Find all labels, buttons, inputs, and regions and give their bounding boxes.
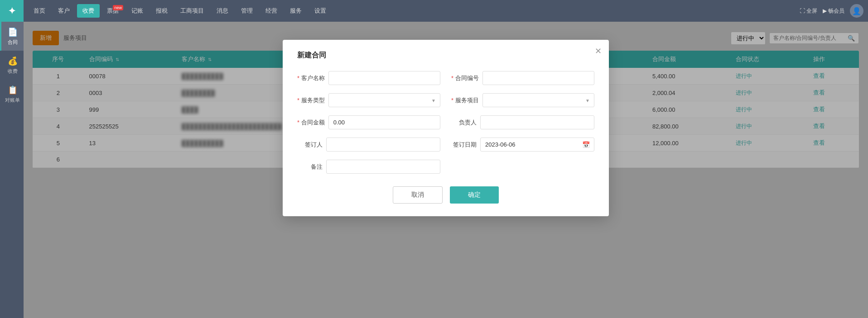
calendar-icon[interactable]: 📅	[582, 141, 590, 148]
confirm-button[interactable]: 确定	[450, 186, 499, 204]
nav-invoice[interactable]: 收费	[77, 4, 100, 18]
sidebar-item-label: 对账单	[5, 97, 20, 104]
responsible-person-input[interactable]	[480, 115, 594, 129]
contract-amount-input[interactable]	[328, 115, 440, 129]
modal-overlay: ✕ 新建合同 客户名称 合同编号 服务类型	[24, 22, 868, 318]
service-item-label: 服务项目	[451, 96, 479, 104]
field-signer: 签订人	[297, 138, 440, 152]
topnav-right: ⛶ 全屏 ▶ 畅会员 👤	[800, 4, 863, 18]
service-item-select[interactable]	[482, 93, 594, 107]
new-badge: new	[113, 5, 123, 10]
contract-no-input[interactable]	[482, 71, 594, 85]
fullscreen-button[interactable]: ⛶ 全屏	[800, 7, 817, 15]
user-avatar[interactable]: 👤	[850, 4, 863, 18]
field-service-item: 服务项目	[451, 93, 594, 107]
new-contract-modal: ✕ 新建合同 客户名称 合同编号 服务类型	[283, 40, 609, 216]
service-type-label: 服务类型	[297, 96, 325, 104]
sidebar: ✦ 📄 合同 💰 收费 📋 对账单	[0, 0, 24, 318]
contract-icon: 📄	[8, 27, 18, 37]
signer-label: 签订人	[297, 141, 323, 149]
member-button[interactable]: ▶ 畅会员	[823, 7, 844, 15]
field-contract-amount: 合同金额	[297, 115, 440, 129]
modal-footer: 取消 确定	[297, 186, 594, 204]
content-area: 新增 服务项目 进行中 已完成 全部 🔍 序	[24, 22, 868, 318]
form-row-3: 合同金额 负责人	[297, 115, 594, 129]
nav-message[interactable]: 消息	[211, 4, 234, 18]
responsible-person-label: 负责人	[451, 119, 477, 127]
nav-customer[interactable]: 客户	[53, 4, 75, 18]
receivable-icon: 💰	[8, 56, 18, 66]
nav-bizproject[interactable]: 工商项目	[175, 4, 209, 18]
nav-home[interactable]: 首页	[28, 4, 51, 18]
service-type-select[interactable]	[328, 93, 440, 107]
nav-tax[interactable]: 报税	[150, 4, 173, 18]
sign-date-input[interactable]	[480, 138, 594, 152]
nav-operation[interactable]: 经营	[260, 4, 283, 18]
field-remark: 备注	[297, 160, 440, 174]
sidebar-item-label: 合同	[8, 39, 18, 46]
field-customer-name: 客户名称	[297, 71, 440, 85]
sidebar-item-reconcile[interactable]: 📋 对账单	[0, 80, 24, 109]
remark-label: 备注	[297, 163, 323, 171]
sidebar-item-label: 收费	[8, 68, 18, 75]
nav-ledger[interactable]: 记账	[126, 4, 149, 18]
nav-settings[interactable]: 设置	[309, 4, 332, 18]
play-icon: ▶	[823, 8, 827, 14]
sidebar-item-receivable[interactable]: 💰 收费	[0, 51, 24, 80]
contract-no-label: 合同编号	[451, 74, 479, 82]
field-sign-date: 签订日期 📅	[451, 138, 594, 152]
field-responsible-person: 负责人	[451, 115, 594, 129]
cancel-button[interactable]: 取消	[393, 186, 443, 204]
modal-close-button[interactable]: ✕	[595, 47, 602, 55]
signer-input[interactable]	[326, 138, 440, 152]
service-type-select-wrapper	[328, 93, 440, 107]
fullscreen-icon: ⛶	[800, 8, 805, 14]
service-item-select-wrapper	[482, 93, 594, 107]
app-logo: ✦	[0, 0, 24, 22]
sign-date-wrapper: 📅	[480, 138, 594, 152]
nav-manage[interactable]: 管理	[236, 4, 258, 18]
remark-input[interactable]	[326, 160, 440, 174]
main-area: 首页 客户 收费 票据 new 记账 报税 工商项目 消息 管理 经营 服务 设…	[24, 0, 868, 318]
field-service-type: 服务类型	[297, 93, 440, 107]
nav-service[interactable]: 服务	[285, 4, 307, 18]
form-row-5: 备注	[297, 160, 594, 174]
modal-title: 新建合同	[297, 51, 594, 60]
sidebar-item-contract[interactable]: 📄 合同	[0, 22, 24, 51]
sign-date-label: 签订日期	[451, 141, 477, 149]
field-contract-no: 合同编号	[451, 71, 594, 85]
reconcile-icon: 📋	[8, 85, 18, 95]
nav-ticket[interactable]: 票据 new	[101, 4, 124, 18]
customer-name-input[interactable]	[328, 71, 440, 85]
contract-amount-label: 合同金额	[297, 119, 325, 127]
customer-name-label: 客户名称	[297, 74, 325, 82]
form-row-1: 客户名称 合同编号	[297, 71, 594, 85]
form-row-4: 签订人 签订日期 📅	[297, 138, 594, 152]
top-navigation: 首页 客户 收费 票据 new 记账 报税 工商项目 消息 管理 经营 服务 设…	[24, 0, 868, 22]
form-row-2: 服务类型 服务项目	[297, 93, 594, 107]
